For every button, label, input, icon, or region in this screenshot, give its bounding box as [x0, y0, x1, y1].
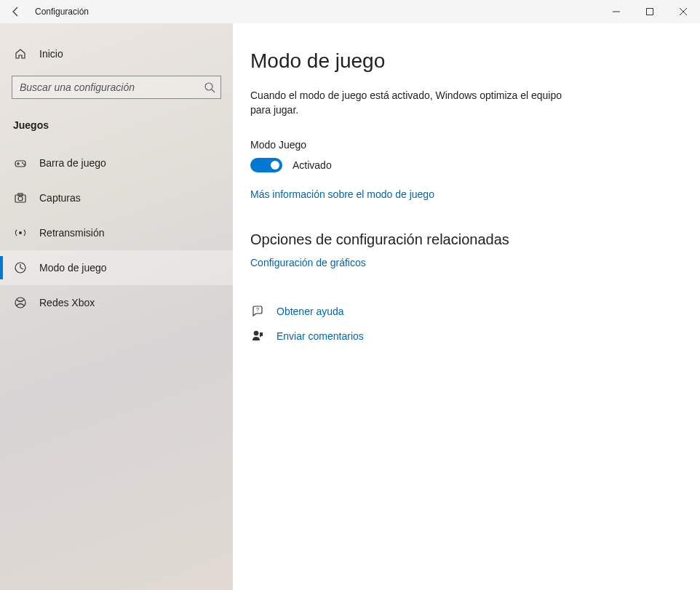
minimize-icon [613, 8, 620, 15]
sidebar-item-label: Barra de juego [39, 157, 106, 169]
svg-rect-1 [647, 9, 653, 15]
home-nav[interactable]: Inicio [0, 39, 233, 68]
help-row: ? Obtener ayuda [250, 304, 683, 319]
svg-point-12 [18, 196, 23, 201]
related-heading: Opciones de configuración relacionadas [250, 231, 683, 248]
sidebar-item-captures[interactable]: Capturas [0, 180, 233, 215]
titlebar: Configuración [0, 0, 700, 23]
home-icon [13, 47, 28, 61]
window-controls [600, 0, 700, 23]
send-feedback-link[interactable]: Enviar comentarios [277, 330, 364, 342]
sidebar-item-label: Redes Xbox [39, 297, 95, 308]
search-wrap [12, 76, 221, 99]
sidebar-item-label: Retransmisión [39, 227, 104, 239]
help-links: ? Obtener ayuda Enviar comentarios [250, 304, 683, 343]
section-label: Juegos [0, 99, 233, 135]
toggle-state: Activado [293, 159, 332, 171]
game-bar-icon [13, 156, 28, 170]
svg-line-17 [20, 268, 23, 269]
sidebar-item-label: Capturas [39, 192, 81, 204]
close-icon [680, 8, 687, 15]
sidebar-item-broadcast[interactable]: Retransmisión [0, 215, 233, 250]
svg-point-18 [15, 298, 25, 308]
back-button[interactable] [0, 0, 32, 23]
content-pane: Modo de juego Cuando el modo de juego es… [233, 23, 700, 590]
get-help-link[interactable]: Obtener ayuda [277, 306, 344, 317]
sidebar-item-label: Modo de juego [39, 262, 107, 274]
close-button[interactable] [667, 0, 700, 23]
nav-list: Barra de juego Capturas Retransmisión Mo… [0, 145, 233, 320]
maximize-icon [646, 8, 653, 15]
feedback-row: Enviar comentarios [250, 329, 683, 343]
window-title: Configuración [35, 7, 89, 17]
minimize-button[interactable] [600, 0, 633, 23]
sidebar-item-game-mode[interactable]: Modo de juego [0, 250, 233, 285]
learn-more-link[interactable]: Más información sobre el modo de juego [250, 188, 434, 200]
sidebar: Inicio Juegos Barra de juego Capturas [0, 23, 233, 590]
graphics-settings-link[interactable]: Configuración de gráficos [250, 257, 366, 268]
broadcast-icon [13, 226, 28, 240]
toggle-label: Modo Juego [250, 139, 683, 151]
maximize-button[interactable] [633, 0, 667, 23]
game-mode-toggle[interactable] [250, 158, 282, 172]
game-mode-icon [13, 260, 28, 275]
svg-point-9 [22, 162, 23, 164]
sidebar-item-xbox[interactable]: Redes Xbox [0, 285, 233, 320]
svg-point-14 [19, 231, 22, 234]
page-description: Cuando el modo de juego está activado, W… [250, 89, 570, 117]
search-icon [204, 81, 215, 96]
svg-point-10 [23, 164, 25, 165]
page-title: Modo de juego [250, 49, 683, 73]
captures-icon [13, 191, 28, 205]
search-input[interactable] [12, 76, 221, 99]
svg-point-4 [205, 83, 212, 90]
feedback-icon [250, 329, 265, 343]
svg-line-5 [212, 89, 215, 92]
help-icon: ? [250, 304, 265, 319]
svg-point-20 [254, 331, 258, 335]
svg-text:?: ? [256, 306, 260, 313]
sidebar-item-game-bar[interactable]: Barra de juego [0, 145, 233, 180]
home-label: Inicio [39, 48, 63, 60]
xbox-icon [13, 295, 28, 310]
arrow-left-icon [10, 6, 22, 17]
toggle-row: Activado [250, 158, 683, 172]
